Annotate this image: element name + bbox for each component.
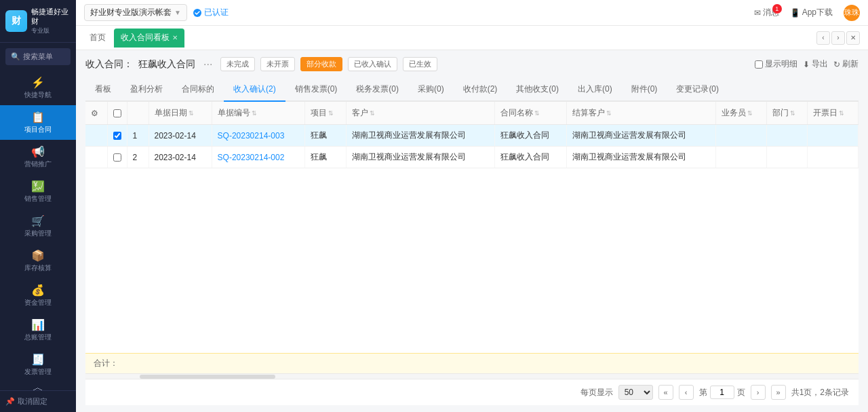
sort-settle-icon[interactable]: ⇅ [606, 110, 612, 117]
tab-income-contract[interactable]: 收入合同看板 ✕ [114, 29, 184, 48]
row-1-checkbox[interactable] [113, 132, 121, 140]
page-number-input[interactable] [710, 386, 734, 399]
status-no-invoice-btn[interactable]: 未开票 [260, 57, 295, 71]
th-project: 项目 ⇅ [305, 102, 347, 125]
tab-contract-std[interactable]: 合同标的 [172, 78, 224, 102]
tab-attachment[interactable]: 附件(0) [622, 78, 667, 102]
table-row[interactable]: 2 2023-02-14 SQ-20230214-002 狂飙 湖南卫视商业运营… [85, 147, 859, 168]
sort-contract-icon[interactable]: ⇅ [534, 110, 540, 117]
sidebar-item-general[interactable]: 📊 总账管理 [0, 313, 76, 348]
tab-nav-prev[interactable]: ‹ [816, 31, 830, 45]
tab-nav-next[interactable]: › [831, 31, 845, 45]
show-detail-action[interactable]: 显示明细 [755, 58, 797, 70]
select-all-checkbox[interactable] [113, 109, 121, 117]
th-date: 单据日期 ⇅ [149, 102, 212, 125]
table-row[interactable]: 1 2023-02-14 SQ-20230214-003 狂飙 湖南卫视商业运营… [85, 125, 859, 147]
company-chevron-icon: ▼ [174, 9, 181, 16]
tab-inout[interactable]: 出入库(0) [568, 78, 622, 102]
cell-check-1 [107, 125, 127, 147]
pin-button[interactable]: 📌 取消固定 [0, 391, 76, 412]
tab-nav-close[interactable]: ✕ [846, 31, 860, 45]
inner-tabs: 看板 盈利分析 合同标的 收入确认(2) 销售发票(0) 税务发票(0) 采购(… [85, 78, 859, 102]
more-options-button[interactable]: ··· [201, 58, 215, 71]
status-confirmed-btn[interactable]: 已收入确认 [348, 57, 397, 71]
page-last-btn[interactable]: » [771, 385, 786, 400]
page-prev-btn[interactable]: ‹ [679, 385, 694, 400]
app-download-button[interactable]: 📱 App下载 [790, 7, 833, 18]
status-partial-btn[interactable]: 部分收款 [300, 57, 342, 71]
sidebar-item-purchase[interactable]: 🛒 采购管理 [0, 209, 76, 244]
tab-payment[interactable]: 收付款(2) [454, 78, 507, 102]
tab-close-icon[interactable]: ✕ [172, 34, 178, 41]
sort-bill-no-icon[interactable]: ⇅ [252, 110, 257, 117]
general-icon: 📊 [31, 318, 45, 331]
cell-bill-no-2: SQ-20230214-002 [212, 147, 304, 168]
row-2-checkbox[interactable] [113, 153, 121, 162]
tab-label: 收入合同看板 [121, 32, 170, 43]
cell-open-date-2 [808, 147, 859, 168]
sort-dept-icon[interactable]: ⇅ [790, 110, 795, 117]
page-next-btn[interactable]: › [751, 385, 766, 400]
sort-salesman-icon[interactable]: ⇅ [747, 110, 753, 117]
tab-other-income[interactable]: 其他收支(0) [507, 78, 568, 102]
show-detail-checkbox[interactable] [755, 60, 763, 69]
tab-tax-invoice[interactable]: 税务发票(0) [347, 78, 408, 102]
cell-no-1: 1 [127, 125, 149, 147]
per-page-select[interactable]: 50 100 200 [618, 385, 653, 400]
cell-project-2: 狂飙 [305, 147, 347, 168]
sidebar-item-project[interactable]: 📋 项目合同 [0, 105, 76, 140]
bill-no-link-1[interactable]: SQ-20230214-003 [218, 131, 285, 141]
sidebar-item-marketing[interactable]: 📢 营销推广 [0, 140, 76, 174]
project-icon: 📋 [31, 111, 45, 124]
settings-icon[interactable]: ⚙ [91, 109, 98, 118]
export-button[interactable]: ⬇ 导出 [803, 58, 828, 70]
bill-no-link-2[interactable]: SQ-20230214-002 [218, 153, 285, 162]
message-button[interactable]: ✉ 消息 1 [754, 7, 779, 18]
tab-home[interactable]: 首页 [84, 32, 111, 43]
verified-icon [193, 8, 202, 18]
topbar-right: ✉ 消息 1 📱 App下载 珠珠 [754, 5, 860, 21]
tab-change-log[interactable]: 变更记录(0) [667, 78, 728, 102]
sidebar-item-tax[interactable]: 🏛 税务管理 [0, 382, 76, 390]
tab-nav: ‹ › ✕ [816, 31, 860, 45]
refresh-icon: ↻ [833, 60, 840, 69]
scroll-track[interactable] [85, 373, 859, 379]
sort-customer-icon[interactable]: ⇅ [370, 110, 375, 117]
tab-profit[interactable]: 盈利分析 [121, 78, 172, 102]
topbar: 好业财专业版演示帐套 ▼ 已认证 ✉ 消息 1 📱 App下载 珠珠 [76, 0, 868, 26]
cell-dept-1 [766, 125, 808, 147]
quick-nav-icon: ⚡ [31, 76, 45, 89]
page-first-btn[interactable]: « [658, 385, 673, 400]
pagination: 每页显示 50 100 200 « ‹ 第 页 › » 共1页，2 [85, 379, 859, 405]
cell-date-2: 2023-02-14 [149, 147, 212, 168]
inventory-icon: 📦 [31, 249, 45, 262]
sidebar-item-finance[interactable]: 💰 资金管理 [0, 278, 76, 313]
search-menu-button[interactable]: 🔍 搜索菜单 [5, 48, 71, 65]
cell-salesman-1 [715, 125, 766, 147]
status-incomplete-btn[interactable]: 未完成 [220, 57, 255, 71]
tab-income-confirm[interactable]: 收入确认(2) [224, 78, 285, 102]
tabbar: 首页 收入合同看板 ✕ ‹ › ✕ [76, 26, 868, 50]
sidebar-item-inventory[interactable]: 📦 库存核算 [0, 244, 76, 278]
sidebar-item-quick-nav[interactable]: ⚡ 快捷导航 [0, 71, 76, 105]
cell-dept-2 [766, 147, 808, 168]
contract-name: 狂飙收入合同 [138, 58, 195, 71]
tab-sales-invoice[interactable]: 销售发票(0) [285, 78, 347, 102]
tab-dashboard[interactable]: 看板 [85, 78, 121, 102]
status-effective-btn[interactable]: 已生效 [403, 57, 437, 71]
company-name: 好业财专业版演示帐套 [90, 7, 172, 18]
cell-settings-2 [85, 147, 107, 168]
show-detail-label: 显示明细 [765, 58, 797, 70]
sidebar-item-sales[interactable]: 💹 销售管理 [0, 174, 76, 209]
per-page-label: 每页显示 [580, 387, 613, 398]
sort-date-icon[interactable]: ⇅ [189, 110, 194, 117]
user-avatar[interactable]: 珠珠 [844, 5, 860, 21]
cell-customer-1: 湖南卫视商业运营发展有限公司 [346, 125, 495, 147]
sort-project-icon[interactable]: ⇅ [328, 110, 334, 117]
company-selector[interactable]: 好业财专业版演示帐套 ▼ [84, 4, 187, 21]
tab-purchase[interactable]: 采购(0) [408, 78, 454, 102]
cell-no-2: 2 [127, 147, 149, 168]
sidebar-item-invoice[interactable]: 🧾 发票管理 [0, 348, 76, 382]
refresh-button[interactable]: ↻ 刷新 [833, 58, 859, 70]
sort-open-date-icon[interactable]: ⇅ [839, 110, 844, 117]
